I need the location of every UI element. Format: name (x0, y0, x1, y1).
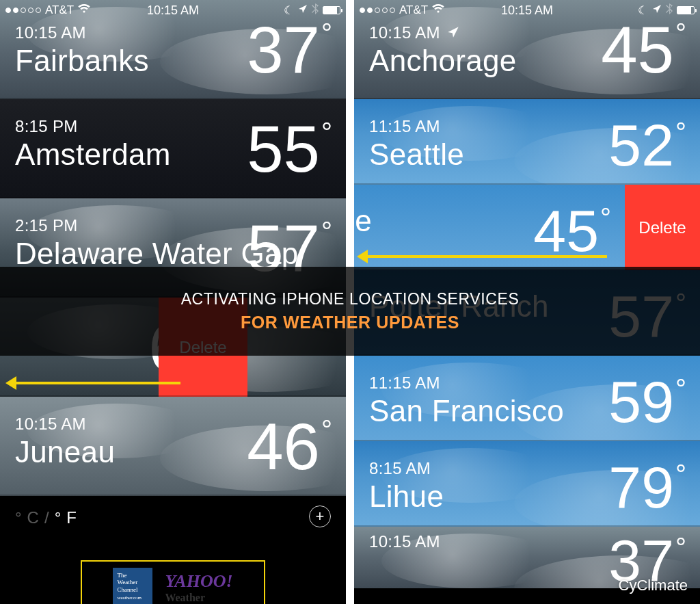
row-temp: 46° (247, 409, 331, 484)
article-title-overlay: ACTIVATING IPHONE LOCATION SERVICES FOR … (0, 267, 700, 356)
weather-row[interactable]: AT&T 10:15 AM ☾ 10:15 AM (354, 0, 700, 99)
overlay-title-line1: ACTIVATING IPHONE LOCATION SERVICES (181, 290, 520, 308)
unit-toggle-c-f[interactable]: °C / °F (15, 508, 331, 527)
weather-row[interactable]: 10:15 AM Juneau 46° (0, 397, 346, 496)
weather-row[interactable]: 8:15 AM Lihue 79° (354, 441, 700, 527)
weather-row[interactable]: 11:15 AM San Francisco 59° (354, 356, 700, 441)
weather-channel-logo: The Weather Channel weather.com (113, 568, 152, 604)
row-temp: 55° (247, 111, 331, 187)
weather-row-swiped[interactable]: orage 45° Delete (354, 185, 700, 270)
weather-provider-attribution[interactable]: The Weather Channel weather.com YAHOO! W… (81, 560, 265, 604)
weather-row[interactable]: 8:15 PM Amsterdam 55° (0, 99, 346, 198)
row-temp: 45° (601, 12, 685, 88)
current-location-icon (447, 23, 459, 42)
weather-row[interactable]: AT&T 10:15 AM ☾ 10:15 AM Fairbanks 37° (0, 0, 346, 99)
weather-row[interactable]: 11:15 AM Seattle 52° (354, 99, 700, 185)
watermark-label: CyClimate (619, 577, 688, 594)
row-temp: 59° (608, 368, 685, 436)
add-city-button[interactable]: + (309, 505, 331, 527)
plus-icon: + (316, 508, 325, 525)
row-temp: 37° (247, 12, 331, 88)
row-temp: 79° (608, 454, 685, 521)
weather-list-footer: °C / °F + The Weather Channel weather.co… (0, 496, 346, 604)
swipe-left-arrow-icon (10, 382, 180, 384)
swipe-left-arrow-icon (361, 255, 607, 258)
delete-button[interactable]: Delete (625, 185, 700, 270)
overlay-title-line2: FOR WEATHER UPDATES (241, 313, 459, 332)
row-temp: 52° (608, 111, 685, 179)
yahoo-weather-logo: YAHOO! Weather (165, 571, 232, 604)
